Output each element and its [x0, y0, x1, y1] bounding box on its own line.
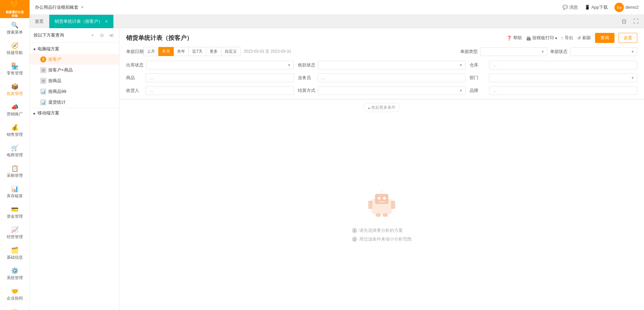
sidebar-item-purchase-label: 采购管理	[1, 173, 28, 178]
out-status-chevron	[288, 63, 290, 67]
receiver-placeholder: …	[149, 88, 153, 93]
export-icon: ↑	[561, 36, 564, 41]
tip-num-2: 2	[352, 237, 357, 242]
salesperson-placeholder: …	[321, 75, 325, 80]
tab-close-icon[interactable]: ✕	[105, 19, 108, 24]
finance-icon: 💳	[1, 206, 28, 213]
brand-filter: 品牌 …	[470, 86, 637, 95]
filter-row-4: 收货人 … 结算方式	[126, 86, 637, 95]
add-scheme-button[interactable]: ＋	[89, 32, 96, 39]
date-tab-more[interactable]: 更多	[206, 47, 221, 56]
date-tab-this-year[interactable]: 本年	[173, 47, 189, 56]
tree-group-desktop[interactable]: 电脑端方案	[30, 44, 119, 54]
by-customer-icon: 客	[40, 56, 46, 62]
brand-input[interactable]: …	[489, 86, 637, 95]
user-avatar-button[interactable]: Ea demo2	[614, 3, 639, 12]
receipt-status-filter: 收款状态	[298, 61, 466, 69]
collapse-button[interactable]: 收起更多条件	[364, 103, 400, 112]
warehouse-input[interactable]: …	[489, 61, 637, 69]
date-tab-last-7days[interactable]: 近7天	[189, 47, 206, 56]
tree-item-by-goods99[interactable]: 📊 按商品99	[30, 86, 119, 97]
salesperson-input[interactable]: …	[317, 73, 466, 82]
refresh-icon: ↺	[577, 36, 581, 41]
export-button[interactable]: ↑ 导出	[561, 35, 574, 41]
print-button[interactable]: 🖨️ 按模板打印	[526, 35, 557, 41]
doc-status-select[interactable]	[570, 47, 637, 56]
sidebar-item-quick-nav[interactable]: 🧭 快捷导航	[0, 39, 30, 59]
sales-icon: 💰	[1, 124, 28, 131]
tree-item-return-stats[interactable]: 📊 退货统计	[30, 97, 119, 108]
tree-item-by-customer-goods-label: 按客户+商品	[48, 67, 73, 73]
goods-input[interactable]: …	[146, 73, 294, 82]
collapse-panel-button[interactable]: ≪	[108, 32, 115, 39]
app-download-button[interactable]: 📱 App下载	[585, 4, 608, 10]
sidebar-item-basic-info[interactable]: 🗂️ 基础信息	[0, 243, 30, 264]
tree-item-by-customer-goods[interactable]: ⊞ 按客户+商品	[30, 65, 119, 75]
app-logo: 🧡 畅捷通好生意标版	[0, 0, 30, 18]
tree-item-by-customer[interactable]: 客 按客户	[30, 54, 119, 65]
sidebar-item-system-label: 系统管理	[1, 275, 28, 281]
receipt-status-select[interactable]	[318, 61, 466, 69]
marketing-icon: 📣	[1, 103, 28, 111]
tab-restore-button[interactable]: ⊡	[619, 17, 629, 26]
sidebar-item-sales[interactable]: 💰 销售管理	[0, 120, 30, 141]
left-panel-title: 按以下方案查询	[34, 32, 64, 38]
collapse-label: 收起更多条件	[371, 105, 395, 110]
operations-icon: 📈	[1, 226, 28, 234]
return-stats-icon: 📊	[40, 99, 46, 105]
tab-home[interactable]: 首页	[30, 15, 49, 28]
date-tab-custom[interactable]: 自定义	[221, 47, 240, 56]
sidebar-item-wholesale-label: 批发管理	[1, 91, 28, 97]
wholesale-icon: 📦	[1, 83, 28, 90]
sidebar-item-inventory[interactable]: 📊 库存核算	[0, 182, 30, 202]
message-label: 消息	[569, 4, 578, 10]
tab-sales-stats[interactable]: 销货单统计表（按客户） ✕	[49, 15, 114, 28]
doc-type-select[interactable]	[480, 47, 547, 56]
help-button[interactable]: ❓ 帮助	[506, 35, 522, 41]
out-status-select[interactable]	[146, 61, 294, 69]
tree-section: 电脑端方案 客 按客户 ⊞ 按客户+商品 ⊞ 按商品	[30, 43, 119, 119]
settings-button[interactable]: 设置	[619, 33, 637, 43]
refresh-button[interactable]: ↺ 刷新	[577, 35, 591, 41]
message-button[interactable]: 💬 消息	[562, 4, 578, 10]
date-tab-this-month[interactable]: 本月	[158, 47, 174, 56]
tree-group-mobile-label: 移动端方案	[38, 110, 59, 116]
date-tab-last-month[interactable]: 上月	[143, 47, 159, 56]
sidebar-item-retail[interactable]: 🏪 零售管理	[0, 59, 30, 80]
sidebar-item-operations[interactable]: 📈 经营管理	[0, 223, 30, 243]
by-goods-icon: ⊞	[40, 78, 46, 84]
tree-group-mobile[interactable]: 移动端方案	[30, 108, 119, 118]
avatar: Ea	[614, 3, 624, 12]
sidebar-item-system[interactable]: ⚙️ 系统管理	[0, 264, 30, 284]
warehouse-filter: 仓库 …	[470, 61, 637, 69]
newbie-icon: 🌟	[1, 308, 28, 310]
top-header: 办公用品行业模拟账套 ▾ 💬 消息 📱 App下载 Ea demo2	[30, 0, 644, 15]
query-button[interactable]: 查询	[595, 33, 614, 43]
edit-scheme-button[interactable]: ⊙	[98, 32, 106, 39]
main-area: 办公用品行业模拟账套 ▾ 💬 消息 📱 App下载 Ea demo2 首页	[30, 0, 644, 310]
empty-tip-1: 1 请先选择要分析的方案	[352, 227, 412, 234]
print-label: 按模板打印	[532, 35, 554, 41]
receiver-input[interactable]: …	[146, 86, 294, 95]
sidebar-item-wholesale[interactable]: 📦 批发管理	[0, 80, 30, 100]
ecommerce-icon: 🛒	[1, 144, 28, 152]
sidebar-item-finance[interactable]: 💳 资金管理	[0, 202, 30, 223]
print-icon: 🖨️	[526, 36, 531, 41]
sidebar-item-marketing[interactable]: 📣 营销推广	[0, 100, 30, 120]
by-customer-goods-icon: ⊞	[40, 67, 46, 73]
help-icon: ❓	[506, 36, 512, 41]
tab-fullscreen-button[interactable]: ⛶	[631, 17, 641, 26]
dept-select[interactable]	[489, 73, 637, 82]
settlement-select[interactable]	[318, 86, 466, 95]
sidebar-item-enterprise[interactable]: 🤝 企业协同	[0, 284, 30, 305]
empty-tip-1-text: 请先选择要分析的方案	[359, 227, 403, 234]
sidebar-item-search[interactable]: 🔍 搜索菜单	[0, 18, 30, 39]
sidebar-item-purchase[interactable]: 📋 采购管理	[0, 161, 30, 182]
sidebar-item-newbie[interactable]: 🌟 新手引导	[0, 305, 30, 310]
left-panel: 按以下方案查询 ＋ ⊙ ≪ 电脑端方案 客 按客户	[30, 28, 119, 310]
tree-item-by-goods[interactable]: ⊞ 按商品	[30, 75, 119, 86]
sidebar-item-ecommerce[interactable]: 🛒 电商管理	[0, 141, 30, 161]
tree-item-by-goods99-label: 按商品99	[48, 89, 66, 95]
left-panel-header: 按以下方案查询 ＋ ⊙ ≪	[30, 28, 119, 43]
svg-rect-7	[376, 213, 381, 217]
